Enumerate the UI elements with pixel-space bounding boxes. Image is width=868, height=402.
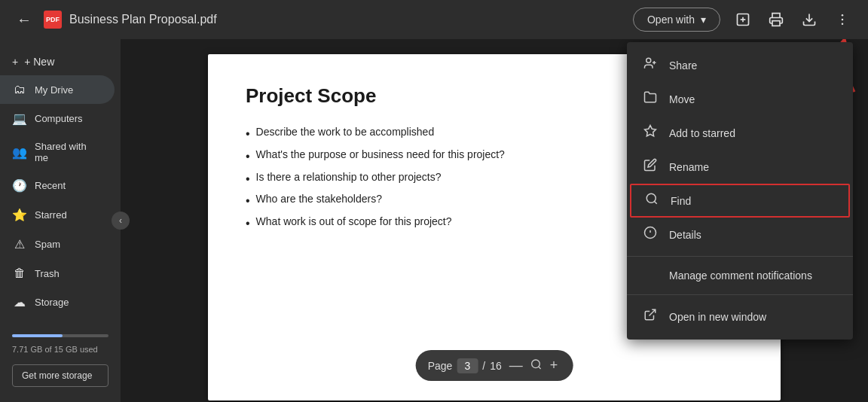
- open-new-window-icon: [642, 308, 659, 325]
- open-with-button[interactable]: Open with ▾: [633, 8, 720, 32]
- menu-item-share[interactable]: Share: [627, 48, 853, 82]
- menu-item-find[interactable]: Find: [630, 184, 850, 218]
- page-label: Page: [428, 360, 453, 372]
- menu-item-label: Details: [669, 229, 701, 241]
- sidebar-item-label: Starred: [35, 209, 67, 221]
- sidebar-item-shared[interactable]: 👥 Shared with me: [0, 133, 115, 171]
- menu-item-add-starred[interactable]: Add to starred: [627, 116, 853, 150]
- menu-item-label: Move: [669, 93, 695, 105]
- starred-icon: ⭐: [12, 208, 27, 222]
- zoom-in-button[interactable]: +: [547, 356, 561, 375]
- file-type-icon: PDF: [44, 11, 62, 29]
- download-button[interactable]: [796, 6, 823, 33]
- storage-bar-background: [12, 334, 108, 337]
- sidebar-item-computers[interactable]: 💻 Computers: [0, 104, 115, 133]
- menu-item-label: Find: [671, 195, 691, 207]
- get-more-storage-button[interactable]: Get more storage: [12, 364, 108, 387]
- sidebar-item-label: Shared with me: [35, 141, 102, 163]
- menu-item-move[interactable]: Move: [627, 82, 853, 116]
- spam-icon: ⚠: [12, 237, 27, 251]
- back-button[interactable]: ←: [12, 7, 36, 33]
- context-menu: Share Move Add to starred: [627, 42, 853, 340]
- details-icon: [642, 226, 659, 243]
- star-icon: [642, 124, 659, 142]
- storage-icon: ☁: [12, 295, 27, 309]
- svg-point-8: [532, 360, 540, 368]
- menu-item-label: Add to starred: [669, 127, 735, 139]
- sidebar-item-recent[interactable]: 🕐 Recent: [0, 171, 115, 200]
- sidebar-item-my-drive[interactable]: 🗂 My Drive: [0, 75, 115, 104]
- app-header: ← PDF Business Plan Proposal.pdf Open wi…: [0, 0, 868, 39]
- chevron-down-icon: ▾: [701, 14, 706, 26]
- rename-icon: [642, 158, 659, 175]
- sidebar-item-label: My Drive: [35, 84, 73, 96]
- print-button[interactable]: [763, 6, 790, 33]
- sidebar: + + New 🗂 My Drive 💻 Computers 👥 Shared …: [0, 39, 121, 402]
- svg-line-19: [649, 309, 656, 315]
- sidebar-item-label: Trash: [35, 268, 60, 279]
- more-options-button[interactable]: [829, 6, 856, 33]
- new-label: + New: [24, 56, 54, 68]
- storage-info: 7.71 GB of 15 GB used: [0, 324, 121, 361]
- sidebar-collapse-button[interactable]: ‹: [112, 212, 130, 230]
- menu-divider-2: [627, 294, 853, 295]
- svg-point-7: [842, 23, 844, 26]
- total-pages: 16: [490, 360, 502, 372]
- header-left: ← PDF Business Plan Proposal.pdf: [12, 7, 624, 33]
- storage-bar-fill: [12, 334, 63, 337]
- svg-point-6: [842, 19, 844, 21]
- sidebar-item-label: Storage: [35, 297, 69, 308]
- plus-icon: +: [12, 56, 18, 68]
- sidebar-item-label: Spam: [35, 239, 60, 250]
- new-button[interactable]: + + New: [0, 48, 121, 75]
- content-area: Project Scope Describe the work to be ac…: [121, 39, 868, 402]
- header-actions: [729, 6, 856, 33]
- current-page-input[interactable]: 3: [457, 358, 478, 373]
- menu-item-label: Share: [669, 59, 697, 72]
- sidebar-item-starred[interactable]: ⭐ Starred: [0, 200, 115, 230]
- trash-icon: 🗑: [12, 266, 27, 280]
- page-separator: /: [482, 360, 485, 372]
- drive-icon: 🗂: [12, 83, 27, 96]
- sidebar-item-label: Computers: [35, 113, 83, 124]
- svg-point-14: [646, 193, 656, 203]
- add-to-drive-button[interactable]: [729, 6, 756, 33]
- menu-item-label: Open in new window: [669, 311, 766, 323]
- menu-item-details[interactable]: Details: [627, 218, 853, 251]
- computers-icon: 💻: [12, 111, 27, 126]
- svg-point-5: [842, 14, 844, 17]
- menu-item-manage-notifications[interactable]: Manage comment notifications: [627, 261, 853, 290]
- move-icon: [642, 90, 659, 108]
- sidebar-item-trash[interactable]: 🗑 Trash: [0, 259, 115, 288]
- menu-divider: [627, 256, 853, 257]
- zoom-out-button[interactable]: —: [506, 356, 526, 375]
- svg-line-15: [654, 201, 656, 203]
- file-title: Business Plan Proposal.pdf: [69, 13, 217, 26]
- page-controls: Page 3 / 16 — +: [416, 350, 573, 381]
- main-area: + + New 🗂 My Drive 💻 Computers 👥 Shared …: [0, 39, 868, 402]
- recent-icon: 🕐: [12, 178, 27, 193]
- zoom-icon: [530, 358, 542, 373]
- svg-marker-13: [645, 126, 656, 136]
- menu-item-label: Rename: [669, 161, 709, 173]
- sidebar-item-storage[interactable]: ☁ Storage: [0, 288, 115, 317]
- menu-item-rename[interactable]: Rename: [627, 150, 853, 184]
- svg-line-9: [539, 367, 541, 369]
- svg-rect-3: [772, 21, 780, 26]
- menu-item-open-new-window[interactable]: Open in new window: [627, 300, 853, 333]
- find-icon: [643, 192, 660, 209]
- share-icon: [642, 56, 659, 74]
- sidebar-item-spam[interactable]: ⚠ Spam: [0, 230, 115, 259]
- svg-point-10: [646, 58, 651, 62]
- sidebar-item-label: Recent: [35, 180, 66, 191]
- shared-icon: 👥: [12, 145, 27, 160]
- storage-text: 7.71 GB of 15 GB used: [12, 345, 98, 354]
